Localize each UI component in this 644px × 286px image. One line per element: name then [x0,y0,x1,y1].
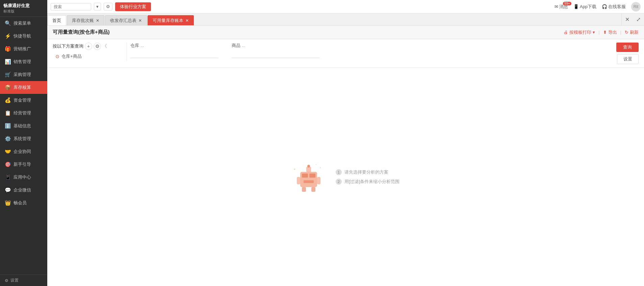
trial-button[interactable]: 体验行业方案 [115,2,151,11]
sidebar-bottom-label: 设置 [10,278,19,283]
tabbar: 首页库存批次账✕收发存汇总表✕可用量库存账本✕ ✕ ⤢ [47,14,644,26]
svg-rect-9 [311,187,315,192]
sidebar-item-guide[interactable]: 🎯新手引导 [0,158,47,171]
action-divider2: | [620,30,621,35]
goods-field: 商品 ... [232,43,326,58]
warehouse-field: 仓库 ... [130,43,225,58]
app-name: 畅康通好生意 [3,3,44,9]
tab-close-available-stock[interactable]: ✕ [185,18,189,23]
filter-scheme-panel: 按以下方案查询 + ⚙ 《 ⊙ 仓库+商品 [53,43,127,61]
tip-text-2: 用[过滤]条件来缩小分析范围 [344,179,400,185]
tip-number-1: 1 [336,169,342,175]
close-tab-button[interactable]: ✕ [622,14,633,25]
sidebar-item-purchase[interactable]: 🛒采购管理 [0,68,47,81]
scheme-item-warehouse-goods[interactable]: ⊙ 仓库+商品 [53,52,123,61]
search-input[interactable] [51,3,91,10]
sidebar-item-enterprise[interactable]: 🤝企业协同 [0,145,47,158]
empty-state-inner: ✦ ✦ ★ 1 请先选择要分析的方案 2 用[过滤]条件来缩小分析范围 [292,160,400,194]
main-content: ▾ ⚙ 体验行业方案 ✉ 消息 99+ 📱 App下载 🎧 在线客服 Rit 首… [47,0,644,286]
sidebar-item-basic[interactable]: ℹ️基础信息 [0,120,47,132]
sidebar-item-member[interactable]: 👑畅会员 [0,197,47,209]
scheme-actions: + ⚙ 《 [85,43,107,50]
header-actions: 🖨 按模板打印 ▾ | ⬆ 导出 | ↻ 刷新 [564,29,639,35]
svg-point-5 [307,165,310,167]
warehouse-more-button[interactable]: ... [140,43,144,48]
add-scheme-button[interactable]: + [85,43,92,50]
goods-more-button[interactable]: ... [242,43,245,48]
refresh-label: 刷新 [630,29,639,35]
sidebar-item-operations[interactable]: 📋经营管理 [0,107,47,120]
sidebar-item-search[interactable]: 🔍搜索菜单 [0,17,47,30]
gear-button[interactable]: ⚙ [104,3,112,10]
print-icon: 🖨 [564,30,568,35]
tab-home[interactable]: 首页 [47,15,66,25]
message-button[interactable]: ✉ 消息 99+ [555,4,568,10]
empty-tips: 1 请先选择要分析的方案 2 用[过滤]条件来缩小分析范围 [336,169,400,185]
sidebar-item-appstore[interactable]: 📱应用中心 [0,171,47,184]
goods-input[interactable] [232,50,319,58]
sidebar-item-shortcut[interactable]: ⚡快捷导航 [0,30,47,43]
guide-icon: 🎯 [5,161,11,167]
svg-text:★: ★ [315,163,317,165]
print-button[interactable]: 🖨 按模板打印 ▾ [564,29,595,35]
empty-state: ✦ ✦ ★ 1 请先选择要分析的方案 2 用[过滤]条件来缩小分析范围 [292,160,400,194]
scheme-item-icon: ⊙ [55,54,59,59]
sidebar-item-label: 销售管理 [14,59,31,65]
sidebar-item-marketing[interactable]: 🎁营销推广 [0,43,47,55]
setting-button[interactable]: 设置 [617,54,639,64]
scheme-settings-button[interactable]: ⚙ [94,43,101,50]
customer-service-button[interactable]: 🎧 在线客服 [602,4,626,10]
app-label: App下载 [580,4,596,10]
tab-batch-ledger[interactable]: 库存批次账✕ [67,15,104,25]
empty-tip-1: 1 请先选择要分析的方案 [336,169,400,175]
sidebar-item-label: 营销推广 [14,46,31,52]
expand-tab-button[interactable]: ⤢ [633,14,644,25]
search-icon: 🔍 [5,20,11,26]
tab-in-out-summary[interactable]: 收发存汇总表✕ [105,15,147,25]
export-icon: ⬆ [603,30,607,35]
appstore-icon: 📱 [5,174,11,180]
scheme-collapse-button[interactable]: 《 [102,43,107,49]
sidebar-item-label: 资金管理 [14,97,31,103]
sidebar-item-label: 新手引导 [14,161,31,167]
content-header: 可用量查询(按仓库+商品) 🖨 按模板打印 ▾ | ⬆ 导出 | ↻ 刷新 [47,26,644,39]
tip-number-2: 2 [336,179,342,185]
goods-label-text: 商品 [232,43,240,49]
query-button[interactable]: 查询 [616,43,639,52]
filter-area: 按以下方案查询 + ⚙ 《 ⊙ 仓库+商品 仓库 ... [47,39,644,68]
tab-close-in-out-summary[interactable]: ✕ [138,18,142,23]
marketing-icon: 🎁 [5,46,11,52]
tab-available-stock[interactable]: 可用量库存账本✕ [148,15,194,25]
enterprise-icon: 🤝 [5,149,11,155]
tabbar-end: ✕ ⤢ [621,14,644,25]
user-avatar[interactable]: Rit [631,2,641,11]
sidebar: 畅康通好生意 标准版 🔍搜索菜单⚡快捷导航🎁营销推广📊销售管理🛒采购管理📦库存核… [0,0,47,286]
svg-rect-4 [306,167,311,172]
settings-icon: ⚙ [5,278,8,283]
sidebar-item-label: 畅会员 [14,200,27,206]
empty-tip-2: 2 用[过滤]条件来缩小分析范围 [336,179,400,185]
export-label: 导出 [608,29,617,35]
sidebar-item-system[interactable]: ⚙️系统管理 [0,132,47,145]
svg-rect-6 [297,177,300,184]
sidebar-item-wechat[interactable]: 💬企业微信 [0,184,47,197]
sidebar-item-label: 企业协同 [14,149,31,155]
dropdown-button[interactable]: ▾ [94,3,101,10]
content-body: ✦ ✦ ★ 1 请先选择要分析的方案 2 用[过滤]条件来缩小分析范围 [47,68,644,286]
page-title: 可用量查询(按仓库+商品) [53,29,110,35]
refresh-button[interactable]: ↻ 刷新 [625,29,639,35]
export-button[interactable]: ⬆ 导出 [603,29,617,35]
sidebar-item-finance[interactable]: 💰资金管理 [0,94,47,107]
inventory-icon: 📦 [5,84,11,90]
sidebar-item-label: 搜索菜单 [14,20,31,26]
sidebar-item-label: 采购管理 [14,72,31,78]
message-icon: ✉ [555,4,558,9]
warehouse-input[interactable] [130,50,218,58]
sidebar-item-inventory[interactable]: 📦库存核算 [0,81,47,94]
sidebar-bottom: ⚙ 设置 [0,275,47,286]
sidebar-item-sales[interactable]: 📊销售管理 [0,55,47,68]
tab-close-batch-ledger[interactable]: ✕ [96,18,99,23]
sidebar-logo: 畅康通好生意 标准版 [0,0,47,17]
svg-rect-7 [317,177,320,184]
app-download-button[interactable]: 📱 App下载 [573,4,596,10]
